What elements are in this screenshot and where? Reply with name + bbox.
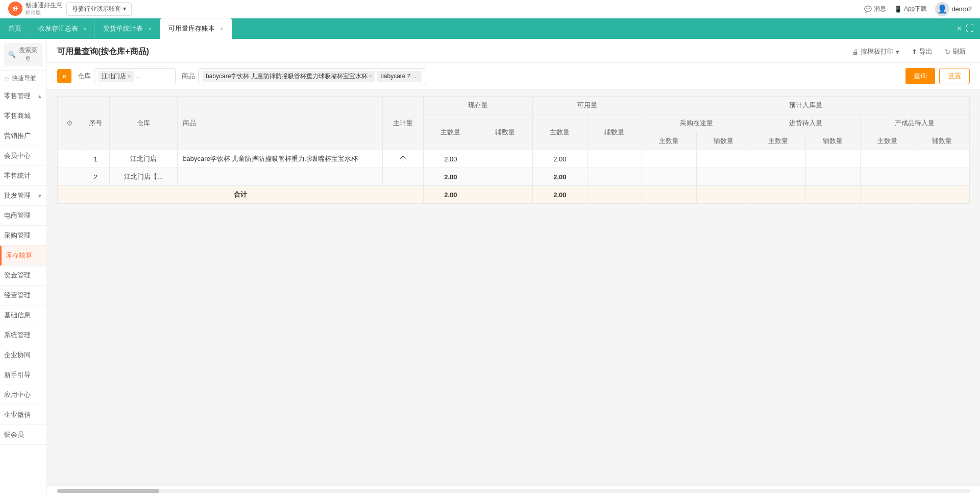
th-warehouse: 仓库 <box>109 97 178 150</box>
tab-order-label: 要货单统计表 <box>103 24 143 33</box>
sidebar-item-members[interactable]: 会员中心 <box>0 146 46 166</box>
settings-icon: ⚙ <box>66 119 73 127</box>
cell-no-1: 1 <box>82 150 110 168</box>
cell-stock-main-1: 2.00 <box>423 150 478 168</box>
tab-receivable-close[interactable]: × <box>83 26 86 32</box>
top-bar-right: 💬 消息 📱 App下载 👤 demo2 <box>864 2 972 16</box>
table-footer: 合计 2.00 2.00 <box>58 186 970 204</box>
sidebar-item-finance[interactable]: 资金管理 <box>0 266 46 286</box>
sidebar-item-retail-stats[interactable]: 零售统计 <box>0 166 46 186</box>
sidebar-item-ecommerce-label: 电商管理 <box>4 211 31 220</box>
sidebar-item-guide-label: 新手引导 <box>4 370 31 380</box>
sidebar-item-system[interactable]: 系统管理 <box>0 325 46 345</box>
tab-receivable[interactable]: 收发存汇总表 × <box>30 18 95 39</box>
sidebar-item-retail-management[interactable]: 零售管理 ▲ <box>0 86 46 106</box>
app-download-action[interactable]: 📱 App下载 <box>894 5 927 13</box>
cell-available-main-1: 2.00 <box>532 150 587 168</box>
sidebar-item-apps-label: 应用中心 <box>4 390 31 399</box>
sidebar-item-retail-mall[interactable]: 零售商城 <box>0 106 46 126</box>
logo-text-area: 畅捷通好生意 标准版 <box>26 2 62 16</box>
footer-available-aux-total <box>587 186 642 204</box>
sidebar-item-apps[interactable]: 应用中心 <box>0 385 46 405</box>
product-tag-remove[interactable]: × <box>369 73 372 79</box>
cell-unit-2 <box>382 168 423 186</box>
user-area[interactable]: 👤 demo2 <box>935 2 972 16</box>
warehouse-tag-jiangbei[interactable]: 江北门店 × <box>99 71 134 82</box>
th-purchase-pending: 进货待入量 <box>751 114 860 132</box>
search-icon: 🔍 <box>8 51 16 58</box>
product-tag-babycare2[interactable]: babycare？ ... <box>377 71 421 82</box>
cell-purchase-transit-aux-1 <box>696 150 751 168</box>
sidebar-item-wholesale[interactable]: 批发管理 ▼ <box>0 186 46 206</box>
setting-button[interactable]: 设置 <box>939 68 970 84</box>
quick-nav-button[interactable]: ☆ 快捷导航 <box>0 71 46 86</box>
export-button[interactable]: ⬆ 导出 <box>908 45 937 58</box>
th-stock-group: 现存量 <box>423 97 532 114</box>
warehouse-tag-text: 江北门店 <box>102 72 126 81</box>
warehouse-label: 仓库 <box>78 72 91 81</box>
logo-area: 好 畅捷通好生意 标准版 <box>8 2 62 16</box>
footer-production-pending-main-total <box>860 186 915 204</box>
th-stock-aux: 辅数量 <box>478 114 532 150</box>
product-input[interactable]: babycare学饮杯 儿童防摔防撞吸管杯重力球吸嘴杯宝宝水杯 × babyca… <box>198 68 426 84</box>
top-bar: 好 畅捷通好生意 标准版 母婴行业演示账套 ▾ 💬 消息 📱 App下载 👤 d… <box>0 0 980 18</box>
logo-text: 畅捷通好生意 <box>26 2 62 9</box>
cell-production-pending-aux-1 <box>915 150 969 168</box>
query-button[interactable]: 查询 <box>905 68 935 84</box>
tab-order-close[interactable]: × <box>148 26 151 32</box>
industry-selector[interactable]: 母婴行业演示账套 ▾ <box>66 2 132 16</box>
sidebar-item-basic-info[interactable]: 基础信息 <box>0 305 46 325</box>
th-stock-main: 主数量 <box>423 114 478 150</box>
message-icon: 💬 <box>864 6 872 13</box>
top-bar-left: 好 畅捷通好生意 标准版 母婴行业演示账套 ▾ <box>8 2 132 16</box>
chevron-down-icon: ▼ <box>37 193 42 199</box>
search-menu-button[interactable]: 🔍 搜索菜单 <box>4 43 42 66</box>
scroll-thumb[interactable] <box>57 489 159 493</box>
th-available-aux: 辅数量 <box>587 114 642 150</box>
cell-production-pending-main-1 <box>860 150 915 168</box>
close-all-button[interactable]: × <box>957 24 962 33</box>
message-action[interactable]: 💬 消息 <box>864 5 886 13</box>
sidebar-item-inventory[interactable]: 库存核算 <box>0 246 46 266</box>
tab-receivable-label: 收发存汇总表 <box>38 24 78 33</box>
sidebar-item-wholesale-label: 批发管理 <box>4 191 31 200</box>
content-area: 可用量查询(按仓库+商品) 🖨 按模板打印 ▾ ⬆ 导出 ↻ 刷新 <box>47 39 980 496</box>
th-settings[interactable]: ⚙ <box>58 97 82 150</box>
th-production-pending: 产成品待入量 <box>860 114 969 132</box>
sidebar-item-enterprise[interactable]: 企业协同 <box>0 345 46 365</box>
warehouse-tag-remove[interactable]: × <box>128 73 131 79</box>
th-no: 序号 <box>82 97 110 150</box>
sidebar-item-marketing[interactable]: 营销推广 <box>0 126 46 146</box>
filter-toggle-button[interactable]: » <box>57 69 71 83</box>
th-unit: 主计量 <box>382 97 423 150</box>
warehouse-more[interactable]: ... <box>136 73 141 80</box>
cell-stock-aux-2 <box>478 168 532 186</box>
sidebar-item-guide[interactable]: 新手引导 <box>0 365 46 385</box>
sidebar-item-business[interactable]: 经营管理 <box>0 286 46 305</box>
cell-available-aux-2 <box>587 168 642 186</box>
warehouse-input[interactable]: 江北门店 × ... <box>94 68 176 84</box>
sidebar-item-purchase[interactable]: 采购管理 <box>0 226 46 246</box>
scroll-track[interactable] <box>57 489 970 493</box>
chevron-down-icon: ▾ <box>123 5 126 12</box>
cell-available-main-2: 2.00 <box>532 168 587 186</box>
sidebar-item-ecommerce[interactable]: 电商管理 <box>0 206 46 226</box>
message-label: 消息 <box>874 5 886 13</box>
sidebar-item-wechat[interactable]: 企业微信 <box>0 405 46 425</box>
fullscreen-button[interactable]: ⛶ <box>966 24 974 33</box>
cell-stock-aux-1 <box>478 150 532 168</box>
tab-available-close[interactable]: × <box>220 26 223 32</box>
product-more[interactable]: ... <box>413 73 419 80</box>
export-icon: ⬆ <box>912 48 917 56</box>
tab-home[interactable]: 首页 <box>0 18 30 39</box>
sidebar-item-members-label: 会员中心 <box>4 151 31 160</box>
product-tag-babycare[interactable]: babycare学饮杯 儿童防摔防撞吸管杯重力球吸嘴杯宝宝水杯 × <box>203 71 375 82</box>
table-row: 1 江北门店 babycare学饮杯 儿童防摔防撞吸管杯重力球吸嘴杯宝宝水杯 个… <box>58 150 970 168</box>
print-button[interactable]: 🖨 按模板打印 ▾ <box>848 45 903 58</box>
tab-available[interactable]: 可用量库存账本 × <box>160 18 232 39</box>
sidebar-item-vip[interactable]: 畅会员 <box>0 425 46 445</box>
sidebar-item-wechat-label: 企业微信 <box>4 410 31 419</box>
cell-purchase-pending-main-1 <box>751 150 805 168</box>
tab-order[interactable]: 要货单统计表 × <box>95 18 160 39</box>
refresh-button[interactable]: ↻ 刷新 <box>941 45 970 58</box>
